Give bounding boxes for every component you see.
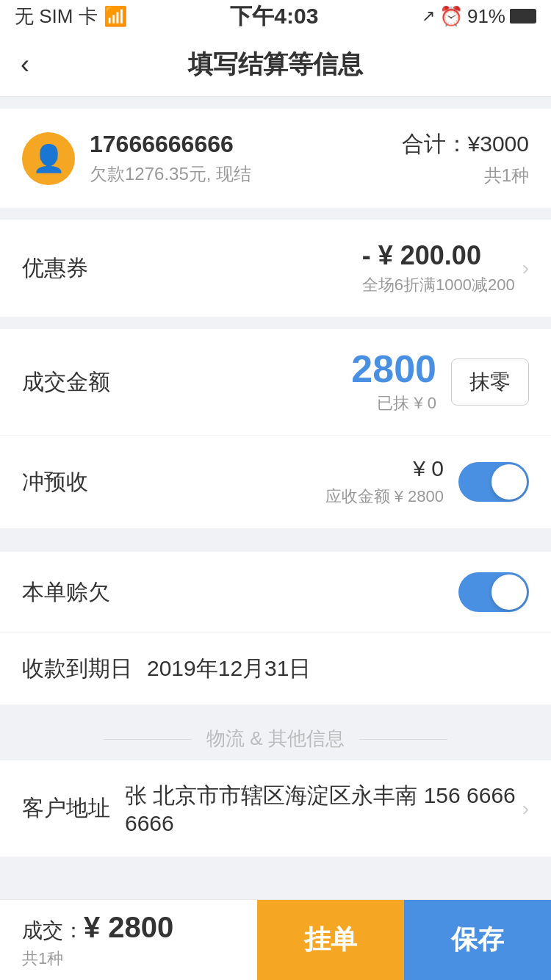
deal-amount-sub: 已抹 ¥ 0 — [351, 392, 436, 414]
deferred-toggle-knob — [491, 574, 527, 610]
status-time: 下午4:03 — [230, 1, 318, 32]
discount-sub: 全场6折满1000减200 — [362, 274, 515, 296]
prepay-amount-block: ¥ 0 应收金额 ¥ 2800 — [325, 456, 444, 508]
logistics-title: 物流 & 其他信息 — [89, 726, 462, 752]
deal-amount-row: 成交金额 2800 已抹 ¥ 0 抹零 — [0, 329, 551, 435]
status-left: 无 SIM 卡 📶 — [15, 4, 127, 29]
battery-text: 91% — [467, 5, 505, 28]
discount-row[interactable]: 优惠券 - ¥ 200.00 全场6折满1000减200 › — [0, 220, 551, 317]
prepay-toggle[interactable] — [458, 462, 529, 502]
address-row[interactable]: 客户地址 张 北京市市辖区海淀区永丰南 156 6666 6666 › — [0, 760, 551, 857]
bottom-count: 共1种 — [22, 948, 235, 970]
duedate-row: 收款到期日 2019年12月31日 — [0, 633, 551, 705]
toggle-knob — [491, 464, 527, 500]
total-amount: 合计：¥3000 — [402, 129, 529, 159]
duedate-label: 收款到期日 — [22, 654, 132, 684]
status-bar: 无 SIM 卡 📶 下午4:03 ↗ ⏰ 91% — [0, 0, 551, 32]
wifi-icon: 📶 — [104, 5, 127, 28]
bottom-deal-line: 成交：¥ 2800 — [22, 911, 235, 945]
discount-label: 优惠券 — [22, 253, 88, 284]
divider-1 — [0, 208, 551, 220]
pending-button[interactable]: 挂单 — [257, 900, 404, 981]
discount-right: - ¥ 200.00 全场6折满1000减200 › — [362, 240, 529, 296]
carrier-text: 无 SIM 卡 — [15, 4, 98, 29]
address-value: 张 北京市市辖区海淀区永丰南 156 6666 6666 — [125, 781, 522, 836]
round-button[interactable]: 抹零 — [451, 359, 529, 406]
battery-icon — [510, 9, 536, 24]
deal-amount-right: 2800 已抹 ¥ 0 抹零 — [351, 350, 529, 414]
alarm-icon: ⏰ — [439, 5, 463, 28]
deal-amount-label: 成交金额 — [22, 367, 110, 397]
deal-amount-value: 2800 — [351, 350, 436, 388]
bottom-deal-amount: ¥ 2800 — [84, 911, 173, 943]
divider-3 — [0, 528, 551, 540]
location-icon: ↗ — [422, 7, 435, 26]
customer-total: 合计：¥3000 共1种 — [402, 129, 529, 187]
customer-debt: 欠款1276.35元, 现结 — [90, 162, 251, 186]
discount-amount: - ¥ 200.00 — [362, 240, 515, 271]
deferred-row: 本单赊欠 — [0, 552, 551, 633]
deferred-label: 本单赊欠 — [22, 577, 110, 608]
nav-title: 填写结算等信息 — [188, 48, 363, 82]
prepay-label: 冲预收 — [22, 467, 88, 497]
customer-info: 17666666666 欠款1276.35元, 现结 — [90, 131, 251, 186]
prepay-row: 冲预收 ¥ 0 应收金额 ¥ 2800 — [0, 435, 551, 528]
nav-bar: ‹ 填写结算等信息 — [0, 32, 551, 97]
bottom-summary: 成交：¥ 2800 共1种 — [0, 911, 257, 970]
address-chevron-icon: › — [522, 797, 529, 821]
divider-2 — [0, 317, 551, 329]
back-button[interactable]: ‹ — [21, 49, 29, 80]
bottom-bar: 成交：¥ 2800 共1种 挂单 保存 — [0, 899, 551, 980]
deferred-toggle[interactable] — [458, 572, 529, 612]
duedate-value: 2019年12月31日 — [147, 654, 311, 684]
address-label: 客户地址 — [22, 793, 110, 824]
status-right: ↗ ⏰ 91% — [422, 5, 536, 28]
bottom-deal-label: 成交： — [22, 919, 84, 942]
save-button[interactable]: 保存 — [404, 900, 551, 981]
avatar: 👤 — [22, 132, 75, 185]
chevron-right-icon: › — [522, 256, 529, 280]
total-count: 共1种 — [402, 164, 529, 187]
customer-card: 👤 17666666666 欠款1276.35元, 现结 合计：¥3000 共1… — [0, 109, 551, 208]
customer-left: 👤 17666666666 欠款1276.35元, 现结 — [22, 131, 251, 186]
prepay-amount: ¥ 0 — [325, 456, 444, 481]
prepay-right: ¥ 0 应收金额 ¥ 2800 — [325, 456, 529, 508]
customer-phone: 17666666666 — [90, 131, 251, 158]
logistics-divider: 物流 & 其他信息 — [0, 716, 551, 760]
prepay-sub: 应收金额 ¥ 2800 — [325, 486, 444, 508]
